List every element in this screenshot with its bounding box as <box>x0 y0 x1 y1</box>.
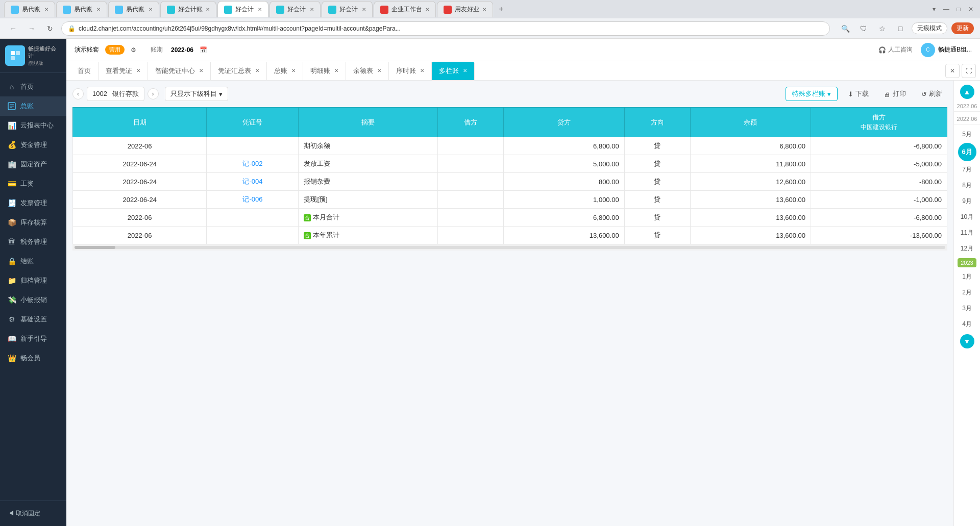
date-nav-june[interactable]: 6月 <box>958 143 976 161</box>
page-tab-voucher[interactable]: 查看凭证 ✕ <box>99 62 148 80</box>
demo-badge[interactable]: 营用 <box>105 45 125 55</box>
cell-voucher[interactable] <box>207 227 299 244</box>
page-tab-smart[interactable]: 智能凭证中心 ✕ <box>148 62 211 80</box>
sidebar-item-ledger[interactable]: 总账 <box>0 96 66 116</box>
page-tab-detail[interactable]: 明细账 ✕ <box>303 62 346 80</box>
tab-close-3[interactable]: ✕ <box>149 7 153 12</box>
new-tab-button[interactable]: + <box>494 2 508 16</box>
tab-2[interactable]: 易代账 ✕ <box>56 1 107 17</box>
sidebar-item-reports[interactable]: 📊 云报表中心 <box>0 116 66 135</box>
sidebar-item-tax[interactable]: 🏛 税务管理 <box>0 232 66 252</box>
cell-voucher[interactable] <box>207 209 299 227</box>
sidebar-item-guide[interactable]: 📖 新手引导 <box>0 329 66 348</box>
scrollbar-thumb[interactable] <box>75 246 115 249</box>
sidebar-item-archive[interactable]: 📁 归档管理 <box>0 271 66 290</box>
cell-voucher[interactable]: 记-006 <box>207 191 299 209</box>
tab-list-icon[interactable]: ▾ <box>929 4 939 14</box>
sidebar-item-invoice[interactable]: 🧾 发票管理 <box>0 193 66 213</box>
sidebar-item-assets[interactable]: 🏢 固定资产 <box>0 155 66 174</box>
unpin-button[interactable]: ◀ 取消固定 <box>5 506 61 521</box>
tab-5[interactable]: 好会计 ✕ <box>217 1 268 17</box>
star-icon[interactable]: ☆ <box>875 21 889 36</box>
close-window-button[interactable]: ✕ <box>966 4 976 14</box>
tab-9[interactable]: 用友好业 ✕ <box>437 1 493 17</box>
page-tab-summary-close[interactable]: ✕ <box>255 68 259 73</box>
date-nav-nov[interactable]: 11月 <box>956 226 978 240</box>
download-button[interactable]: ⬇ 下载 <box>843 87 874 101</box>
date-nav-aug[interactable]: 8月 <box>956 178 978 193</box>
tab-close-4[interactable]: ✕ <box>206 7 210 12</box>
page-tab-voucher-close[interactable]: ✕ <box>136 68 140 73</box>
date-nav-feb[interactable]: 2月 <box>956 285 978 300</box>
browser-panel-icon[interactable]: □ <box>893 21 908 36</box>
expand-icon[interactable]: ⛶ <box>962 64 976 78</box>
tab-8[interactable]: 企业工作台 ✕ <box>374 1 436 17</box>
tab-4[interactable]: 好会计账 ✕ <box>160 1 216 17</box>
back-button[interactable]: ← <box>6 21 20 36</box>
url-bar[interactable]: 🔒 cloud2.chanjet.com/accounting/uh26t264… <box>61 21 830 36</box>
page-tab-general-close[interactable]: ✕ <box>291 68 296 73</box>
close-panel-icon[interactable]: ✕ <box>945 64 960 78</box>
page-tab-smart-close[interactable]: ✕ <box>199 68 203 73</box>
no-trace-button[interactable]: 无痕模式 <box>912 22 947 34</box>
tab-close-1[interactable]: ✕ <box>44 7 48 12</box>
update-button[interactable]: 更新 <box>951 22 974 34</box>
date-nav-mar[interactable]: 3月 <box>956 301 978 316</box>
search-icon[interactable]: 🔍 <box>838 21 852 36</box>
tab-3[interactable]: 易代账 ✕ <box>108 1 159 17</box>
sidebar-item-settings[interactable]: ⚙ 基础设置 <box>0 310 66 329</box>
page-tab-multi-close[interactable]: ✕ <box>463 68 467 73</box>
sidebar-item-close[interactable]: 🔒 结账 <box>0 252 66 271</box>
sidebar-item-salary[interactable]: 💳 工资 <box>0 174 66 193</box>
tab-6[interactable]: 好会计 ✕ <box>270 1 321 17</box>
settings-gear-icon[interactable]: ⚙ <box>131 46 136 54</box>
special-multi-ledger-button[interactable]: 特殊多栏账 ▾ <box>786 87 838 101</box>
page-tab-general[interactable]: 总账 ✕ <box>267 62 303 80</box>
sidebar-item-inventory[interactable]: 📦 库存核算 <box>0 213 66 232</box>
date-nav-july[interactable]: 7月 <box>956 162 978 177</box>
maximize-button[interactable]: □ <box>953 4 964 14</box>
date-nav-dec[interactable]: 12月 <box>956 241 978 256</box>
sidebar-item-home[interactable]: ⌂ 首页 <box>0 77 66 96</box>
date-nav-scroll-up[interactable]: ▲ <box>960 85 974 99</box>
tab-close-8[interactable]: ✕ <box>425 7 429 12</box>
tab-close-9[interactable]: ✕ <box>482 7 486 12</box>
date-nav-jan[interactable]: 1月 <box>956 269 978 284</box>
shield-icon[interactable]: 🛡 <box>856 21 871 36</box>
date-nav-oct[interactable]: 10月 <box>956 210 978 224</box>
tab-close-2[interactable]: ✕ <box>96 7 101 12</box>
page-tab-multi[interactable]: 多栏账 ✕ <box>432 62 475 80</box>
minimize-button[interactable]: — <box>941 4 951 14</box>
filter-select[interactable]: 只显示下级科目 ▾ <box>165 87 228 101</box>
horizontal-scrollbar[interactable] <box>72 244 947 251</box>
tab-close-6[interactable]: ✕ <box>310 7 314 12</box>
date-nav-apr[interactable]: 4月 <box>956 317 978 332</box>
date-nav-scroll-down[interactable]: ▼ <box>960 334 974 348</box>
date-nav-year-2023[interactable]: 2023 <box>958 258 976 267</box>
tab-close-7[interactable]: ✕ <box>362 7 366 12</box>
refresh-button[interactable]: ↺ 刷新 <box>916 87 947 101</box>
consultant-button[interactable]: 🎧 人工咨询 <box>878 45 913 54</box>
page-tab-balance[interactable]: 余额表 ✕ <box>346 62 389 80</box>
sidebar-item-member[interactable]: 👑 畅会员 <box>0 348 66 368</box>
user-info[interactable]: C 畅捷通B组... <box>921 43 972 57</box>
sidebar-item-expense[interactable]: 💸 小畅报销 <box>0 290 66 310</box>
tab-close-5[interactable]: ✕ <box>258 7 262 12</box>
forward-button[interactable]: → <box>24 21 39 36</box>
tab-1[interactable]: 易代账 ✕ <box>4 1 55 17</box>
page-tab-detail-close[interactable]: ✕ <box>334 68 338 73</box>
sidebar-item-funds[interactable]: 💰 资金管理 <box>0 135 66 155</box>
prev-account-button[interactable]: ‹ <box>72 88 84 99</box>
date-nav-sep[interactable]: 9月 <box>956 194 978 209</box>
print-button[interactable]: 🖨 打印 <box>879 87 911 101</box>
date-nav-may[interactable]: 5月 <box>956 127 978 142</box>
page-tab-sequence-close[interactable]: ✕ <box>420 68 424 73</box>
tab-7[interactable]: 好会计 ✕ <box>322 1 373 17</box>
next-account-button[interactable]: › <box>148 88 159 99</box>
reload-button[interactable]: ↻ <box>43 21 57 36</box>
page-tab-sequence[interactable]: 序时账 ✕ <box>389 62 432 80</box>
page-tab-balance-close[interactable]: ✕ <box>377 68 381 73</box>
cell-voucher[interactable] <box>207 137 299 155</box>
cell-voucher[interactable]: 记-004 <box>207 173 299 191</box>
cell-voucher[interactable]: 记-002 <box>207 155 299 173</box>
